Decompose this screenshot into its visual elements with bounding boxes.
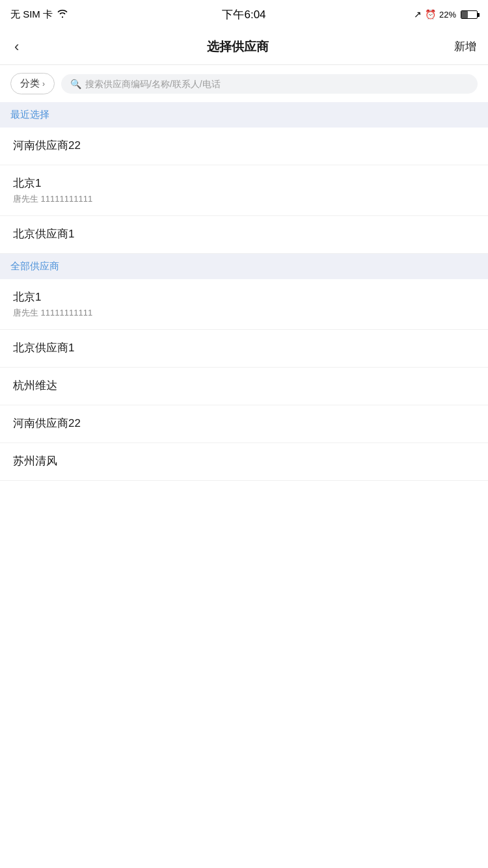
status-time: 下午6:04 bbox=[222, 7, 265, 22]
search-box: 🔍 bbox=[61, 74, 478, 94]
recent-section-header: 最近选择 bbox=[0, 102, 488, 128]
list-item[interactable]: 杭州维达 bbox=[0, 368, 488, 405]
chevron-icon: › bbox=[42, 79, 45, 88]
item-sub: 唐先生 11111111111 bbox=[13, 307, 475, 319]
search-icon: 🔍 bbox=[70, 79, 81, 89]
list-item[interactable]: 苏州清风 bbox=[0, 443, 488, 481]
page-title: 选择供应商 bbox=[207, 38, 269, 55]
list-item[interactable]: 北京1唐先生 11111111111 bbox=[0, 279, 488, 330]
list-item[interactable]: 北京供应商1 bbox=[0, 330, 488, 368]
list-item[interactable]: 北京供应商1 bbox=[0, 216, 488, 254]
recent-section-label: 最近选择 bbox=[10, 109, 49, 120]
search-input[interactable] bbox=[85, 79, 468, 89]
list-item[interactable]: 北京1唐先生 11111111111 bbox=[0, 165, 488, 216]
wifi-icon bbox=[57, 9, 68, 20]
category-button[interactable]: 分类 › bbox=[10, 73, 55, 94]
item-name: 北京供应商1 bbox=[13, 340, 475, 355]
item-sub: 唐先生 11111111111 bbox=[13, 193, 475, 205]
add-button[interactable]: 新增 bbox=[454, 39, 476, 54]
item-name: 北京1 bbox=[13, 290, 475, 305]
nav-bar: ‹ 选择供应商 新增 bbox=[0, 29, 488, 65]
status-bar: 无 SIM 卡 下午6:04 ↗ ⏰ 22% bbox=[0, 0, 488, 29]
item-name: 北京供应商1 bbox=[13, 226, 475, 241]
filter-bar: 分类 › 🔍 bbox=[0, 65, 488, 102]
list-item[interactable]: 河南供应商22 bbox=[0, 128, 488, 165]
alarm-icon: ⏰ bbox=[425, 9, 436, 20]
back-button[interactable]: ‹ bbox=[12, 36, 21, 58]
all-section-label: 全部供应商 bbox=[10, 260, 59, 271]
battery-label: 22% bbox=[439, 10, 456, 20]
all-list: 北京1唐先生 11111111111北京供应商1杭州维达河南供应商22苏州清风 bbox=[0, 279, 488, 481]
item-name: 河南供应商22 bbox=[13, 138, 475, 153]
item-name: 河南供应商22 bbox=[13, 416, 475, 431]
item-name: 北京1 bbox=[13, 176, 475, 191]
recent-list: 河南供应商22北京1唐先生 11111111111北京供应商1 bbox=[0, 128, 488, 254]
all-section-header: 全部供应商 bbox=[0, 254, 488, 279]
list-item[interactable]: 河南供应商22 bbox=[0, 405, 488, 443]
status-right: ↗ ⏰ 22% bbox=[414, 9, 478, 20]
battery-icon bbox=[461, 10, 478, 19]
sim-label: 无 SIM 卡 bbox=[10, 8, 53, 21]
category-label: 分类 bbox=[20, 77, 40, 90]
item-name: 杭州维达 bbox=[13, 378, 475, 393]
status-left: 无 SIM 卡 bbox=[10, 8, 68, 21]
location-icon: ↗ bbox=[414, 9, 422, 20]
item-name: 苏州清风 bbox=[13, 454, 475, 468]
